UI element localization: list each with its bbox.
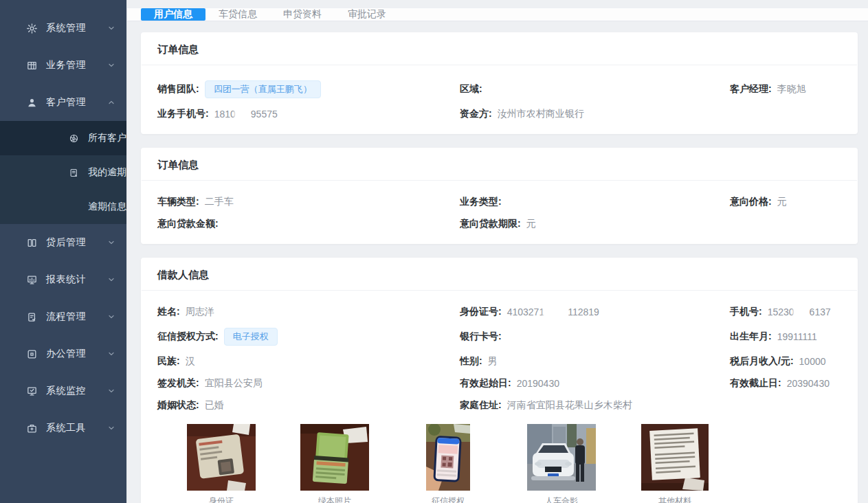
detail-tabbar: 用户信息 车贷信息 申贷资料 审批记录 — [127, 8, 868, 21]
field-account-manager: 客户经理: 李晓旭 — [730, 83, 841, 96]
sidebar-subitem-my-overdue[interactable]: 我的逾期 — [0, 155, 126, 190]
field-gender: 性别: 男 — [460, 355, 730, 368]
photo-credit-qr-phone[interactable] — [414, 424, 482, 491]
sidebar-item-report-stats[interactable]: 报表统计 — [0, 261, 126, 298]
field-loan-term: 意向贷款期限: 元 — [460, 218, 730, 230]
field-vehicle-type: 车辆类型: 二手车 — [157, 196, 460, 208]
clipboard-check-icon — [26, 311, 38, 323]
photo-caption: 绿本照片 — [318, 496, 351, 503]
photo-green-book[interactable] — [300, 424, 369, 491]
sidebar-item-label: 流程管理 — [46, 311, 107, 323]
field-credit-auth: 征信授权方式: 电子授权 — [157, 328, 460, 346]
sidebar-subitem-overdue-info[interactable]: 逾期信息 — [0, 190, 126, 224]
card-title: 订单信息 — [141, 148, 858, 180]
document-photos: 身份证 — [187, 424, 841, 503]
field-income: 税后月收入/元: 10000 — [730, 355, 841, 368]
field-issuer: 签发机关: 宜阳县公安局 — [157, 377, 460, 390]
monitor-check-icon — [26, 385, 38, 397]
sidebar-item-label: 客户管理 — [46, 96, 107, 109]
chevron-down-icon — [107, 313, 115, 321]
sidebar: 系统管理 业务管理 客户管理 所有客户 我的逾期 逾期信息 — [0, 0, 127, 503]
photo-caption: 身份证 — [209, 496, 234, 503]
sidebar-item-business-mgmt[interactable]: 业务管理 — [0, 47, 126, 84]
sidebar-subitem-label: 我的逾期 — [88, 166, 126, 179]
field-name: 姓名: 周志洋 — [157, 306, 460, 318]
sidebar-item-system-mgmt[interactable]: 系统管理 — [0, 10, 126, 47]
field-valid-from: 有效起始日: 20190430 — [460, 377, 730, 390]
borrower-info-card: 借款人信息 姓名: 周志洋 身份证号: 4103271112819 — [141, 258, 858, 503]
gear-icon — [26, 23, 38, 34]
order-info-body: 销售团队: 四团一营（直属王鹏飞） 区域: 客户经理: 李晓旭 — [141, 65, 858, 134]
field-id-number: 身份证号: 4103271112819 — [460, 306, 730, 318]
borrower-info-body: 姓名: 周志洋 身份证号: 4103271112819 手机号: — [141, 291, 858, 503]
sidebar-item-label: 系统监控 — [46, 385, 107, 397]
chevron-down-icon — [107, 24, 115, 32]
chevron-down-icon — [107, 61, 115, 69]
chevron-down-icon — [107, 387, 115, 395]
tab-car-loan-info[interactable]: 车贷信息 — [205, 8, 270, 21]
target-square-icon — [26, 348, 38, 360]
field-home-address: 家庭住址: 河南省宜阳县花果山乡木柴村 — [460, 399, 730, 412]
photo-slot: 征信授权 — [414, 424, 482, 503]
sidebar-item-label: 办公管理 — [46, 348, 107, 360]
user-icon — [26, 97, 38, 109]
sidebar-item-label: 业务管理 — [46, 59, 107, 71]
main-content: 用户信息 车贷信息 申贷资料 审批记录 订单信息 销售团队: 四团一营（直属王鹏… — [127, 0, 868, 503]
sidebar-subitem-all-customers[interactable]: 所有客户 — [0, 121, 126, 155]
tab-user-info[interactable]: 用户信息 — [141, 8, 205, 21]
wheel-icon — [69, 133, 79, 144]
columns-icon — [26, 237, 38, 249]
credit-auth-tag: 电子授权 — [224, 328, 278, 346]
sidebar-item-system-tools[interactable]: 系统工具 — [0, 410, 126, 447]
photo-id-card[interactable] — [187, 424, 256, 491]
notebook-icon — [69, 168, 79, 178]
order-info-card: 订单信息 销售团队: 四团一营（直属王鹏飞） 区域: 客户经理: — [141, 32, 858, 134]
cards-container: 订单信息 销售团队: 四团一营（直属王鹏飞） 区域: 客户经理: — [127, 21, 868, 503]
monitor-chart-icon — [26, 274, 38, 286]
field-funder: 资金方: 汝州市农村商业银行 — [460, 108, 730, 120]
photo-person-with-car[interactable] — [527, 424, 596, 491]
sidebar-item-label: 系统工具 — [46, 422, 107, 434]
field-birth: 出生年月: 19911111 — [730, 331, 841, 343]
field-bank-card: 银行卡号: — [460, 331, 730, 343]
app-window: 系统管理 业务管理 客户管理 所有客户 我的逾期 逾期信息 — [0, 0, 868, 503]
sidebar-item-process-mgmt[interactable]: 流程管理 — [0, 298, 126, 335]
toolbox-icon — [26, 423, 38, 434]
redaction-patch — [236, 111, 251, 120]
sidebar-item-label: 贷后管理 — [46, 236, 107, 249]
photo-slot: 身份证 — [187, 424, 256, 503]
photo-caption: 人车合影 — [545, 496, 578, 503]
card-title: 订单信息 — [141, 32, 858, 65]
field-marital-status: 婚姻状态: 已婚 — [157, 399, 460, 412]
tab-approval-records[interactable]: 审批记录 — [335, 8, 399, 21]
field-mobile: 手机号: 152306137 — [730, 306, 841, 318]
chevron-up-icon — [107, 98, 115, 107]
chevron-down-icon — [107, 276, 115, 284]
sidebar-item-postloan-mgmt[interactable]: 贷后管理 — [0, 224, 126, 261]
field-region: 区域: — [460, 83, 730, 96]
customer-mgmt-submenu: 所有客户 我的逾期 逾期信息 — [0, 121, 126, 224]
sidebar-item-office-mgmt[interactable]: 办公管理 — [0, 335, 126, 372]
photo-caption: 征信授权 — [432, 496, 465, 503]
redaction-patch — [794, 309, 810, 317]
chevron-down-icon — [107, 424, 115, 432]
sidebar-item-label: 系统管理 — [46, 22, 107, 34]
grid-icon — [26, 60, 38, 71]
tab-loan-application-docs[interactable]: 申贷资料 — [270, 8, 335, 21]
photo-slot: 绿本照片 — [300, 424, 369, 503]
sidebar-item-customer-mgmt[interactable]: 客户管理 — [0, 84, 126, 121]
sidebar-item-system-monitor[interactable]: 系统监控 — [0, 372, 126, 410]
field-business-type: 业务类型: — [460, 196, 730, 208]
sidebar-subitem-label: 逾期信息 — [88, 201, 126, 213]
photo-slot: 其他材料 — [641, 424, 709, 503]
sidebar-item-label: 报表统计 — [46, 273, 107, 286]
chevron-down-icon — [107, 238, 115, 247]
sidebar-subitem-label: 所有客户 — [88, 132, 126, 144]
chevron-down-icon — [107, 350, 115, 358]
photo-slot: 人车合影 — [527, 424, 596, 503]
photo-paper-document[interactable] — [641, 424, 709, 491]
field-sales-team: 销售团队: 四团一营（直属王鹏飞） — [157, 80, 460, 98]
field-intent-price: 意向价格: 元 — [730, 196, 841, 208]
field-valid-to: 有效截止日: 20390430 — [730, 377, 841, 390]
loan-intent-body: 车辆类型: 二手车 业务类型: 意向价格: 元 — [141, 181, 858, 244]
